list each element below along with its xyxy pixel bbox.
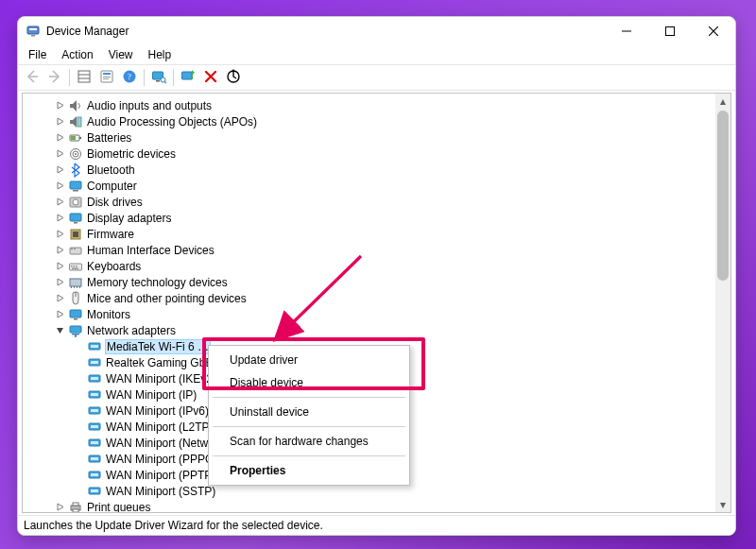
audio-icon	[68, 98, 83, 113]
tree-category[interactable]: Computer	[23, 178, 715, 194]
tree-node-label: Keyboards	[87, 260, 141, 273]
menu-help[interactable]: Help	[142, 47, 179, 62]
close-button[interactable]	[692, 17, 735, 45]
ctx-properties[interactable]: Properties	[211, 459, 407, 482]
net-adapter-icon	[87, 484, 102, 499]
tree-node-label: Monitors	[87, 308, 130, 321]
chevron-right-icon[interactable]	[53, 244, 66, 257]
toolbar-uninstall[interactable]	[200, 67, 221, 88]
chevron-right-icon[interactable]	[53, 196, 66, 209]
svg-rect-31	[73, 232, 78, 237]
svg-rect-8	[103, 78, 109, 79]
net-adapter-icon	[87, 436, 102, 451]
tree-category[interactable]: Human Interface Devices	[23, 242, 715, 258]
svg-rect-6	[103, 73, 111, 75]
chevron-right-icon[interactable]	[53, 308, 66, 321]
chevron-right-icon[interactable]	[53, 163, 66, 177]
chevron-right-icon[interactable]	[53, 501, 66, 513]
net-adapter-icon	[87, 371, 102, 386]
tree-category[interactable]: Biometric devices	[23, 146, 715, 162]
toolbar-back[interactable]	[22, 67, 43, 88]
tree-category[interactable]: Batteries	[23, 129, 715, 146]
tree-node-label: Disk drives	[87, 196, 143, 209]
toolbar-help[interactable]: ?	[119, 67, 140, 88]
scroll-up-icon[interactable]: ▴	[715, 94, 730, 109]
expand-placeholder	[72, 437, 85, 450]
chevron-right-icon[interactable]	[53, 115, 66, 129]
expand-placeholder	[72, 469, 85, 482]
expand-placeholder	[72, 404, 85, 418]
tree-category[interactable]: Memory technology devices	[23, 274, 715, 290]
svg-rect-38	[76, 266, 77, 267]
tree-node-label: WAN Miniport (SSTP)	[106, 485, 215, 498]
tree-category-network[interactable]: Network adapters	[23, 322, 715, 338]
ctx-separator	[213, 397, 405, 398]
tree-category[interactable]: Monitors	[23, 306, 715, 322]
tree-node-label: Computer	[87, 180, 137, 193]
ctx-disable-device[interactable]: Disable device	[211, 371, 407, 394]
svg-rect-68	[91, 473, 98, 476]
net-adapter-icon	[87, 468, 102, 483]
expand-placeholder	[72, 372, 85, 386]
scan-hardware-icon	[226, 69, 241, 87]
maximize-button[interactable]	[648, 17, 692, 45]
svg-rect-41	[71, 286, 72, 288]
chevron-right-icon[interactable]	[53, 228, 66, 241]
chevron-right-icon[interactable]	[53, 276, 66, 289]
scroll-down-icon[interactable]: ▾	[715, 497, 730, 512]
minimize-button[interactable]	[605, 17, 648, 45]
svg-rect-3	[666, 27, 675, 36]
menu-file[interactable]: File	[22, 47, 53, 62]
audio-proc-icon	[68, 114, 83, 129]
properties-icon	[99, 69, 114, 87]
tree-node-label: Batteries	[87, 131, 131, 145]
chevron-right-icon[interactable]	[53, 260, 66, 273]
toolbar-properties[interactable]	[96, 67, 117, 88]
svg-rect-2	[31, 35, 35, 37]
chevron-right-icon[interactable]	[53, 212, 66, 225]
svg-point-27	[73, 199, 78, 205]
svg-rect-25	[73, 190, 78, 192]
chevron-right-icon[interactable]	[53, 180, 66, 193]
tree-category[interactable]: Audio inputs and outputs	[23, 97, 715, 113]
tree-category[interactable]: Bluetooth	[23, 162, 715, 178]
chevron-right-icon[interactable]	[53, 131, 66, 145]
menu-action[interactable]: Action	[55, 47, 99, 62]
scroll-thumb[interactable]	[717, 111, 729, 281]
svg-rect-4	[78, 71, 90, 82]
svg-rect-46	[70, 310, 81, 317]
hid-icon	[68, 243, 83, 258]
tree-category[interactable]: Audio Processing Objects (APOs)	[23, 113, 715, 129]
svg-text:?: ?	[128, 72, 131, 81]
expand-placeholder	[72, 420, 85, 434]
ctx-scan-hardware[interactable]: Scan for hardware changes	[211, 430, 407, 453]
vertical-scrollbar[interactable]: ▴ ▾	[715, 94, 730, 512]
menu-view[interactable]: View	[102, 47, 140, 62]
svg-rect-7	[103, 77, 111, 77]
svg-rect-39	[72, 267, 78, 268]
disk-icon	[68, 195, 83, 210]
ctx-uninstall-device[interactable]: Uninstall device	[211, 401, 407, 423]
ctx-update-driver[interactable]: Update driver	[211, 349, 407, 371]
toolbar-show-hidden[interactable]	[74, 67, 94, 88]
tree-category[interactable]: Firmware	[23, 226, 715, 242]
tree-category[interactable]: Display adapters	[23, 210, 715, 226]
chevron-right-icon[interactable]	[53, 292, 66, 305]
chevron-right-icon[interactable]	[53, 147, 66, 161]
svg-rect-28	[70, 214, 81, 221]
toolbar-update-driver[interactable]	[178, 67, 198, 88]
uninstall-icon	[203, 69, 218, 87]
svg-point-13	[161, 77, 165, 82]
chevron-right-icon[interactable]	[53, 99, 66, 112]
svg-rect-47	[74, 318, 77, 320]
toolbar-scan-monitor[interactable]	[148, 67, 169, 88]
chevron-down-icon[interactable]	[53, 324, 66, 337]
toolbar-scan-hardware[interactable]	[223, 67, 244, 88]
back-icon	[25, 69, 40, 87]
tree-category[interactable]: Print queues	[23, 499, 715, 512]
toolbar-forward[interactable]	[44, 67, 65, 88]
tree-category[interactable]: Keyboards	[23, 258, 715, 274]
tree-category[interactable]: Disk drives	[23, 194, 715, 210]
tree-node-label: Mice and other pointing devices	[87, 292, 247, 305]
tree-category[interactable]: Mice and other pointing devices	[23, 290, 715, 306]
